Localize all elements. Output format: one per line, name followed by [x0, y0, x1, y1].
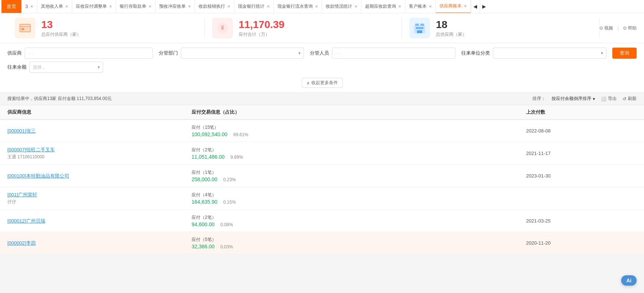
video-link[interactable]: ⊙ 视频 — [599, 25, 613, 31]
sort-selector[interactable]: 按应付余额倒序排序 ▾ — [552, 96, 595, 102]
nav-tab-bank-deposit[interactable]: 银行存取款单 ✕ — [116, 0, 155, 13]
sort-value-text: 按应付余额倒序排序 — [552, 96, 591, 102]
balance-select[interactable]: 选择... ▾ — [29, 62, 103, 73]
filter-row-1: 供应商 ··· 分管部门 ▾ 分管人员 ··· 往来单位分类 ▾ 查询 — [7, 48, 637, 59]
nav-tab-cash-bank-stat[interactable]: 现金银行统计 ✕ — [234, 0, 274, 13]
result-actions: 排序： 按应付余额倒序排序 ▾ ⬜ 导出 ↺ 刷新 — [532, 96, 637, 102]
last-pay-date: 2023-01-30 — [526, 173, 551, 179]
collapse-button[interactable]: ∧ 收起更多条件 — [302, 78, 343, 88]
help-icon: ⊙ — [623, 25, 627, 31]
help-link[interactable]: ⊙ 帮助 — [623, 25, 637, 31]
close-icon[interactable]: ✕ — [227, 4, 230, 8]
tx-amount[interactable]: 94,600.00 — [192, 221, 214, 227]
svg-text:¥: ¥ — [221, 25, 224, 31]
supplier-link[interactable]: [001]广州荣轩 — [7, 192, 192, 198]
filter-row-2: 往来余额 选择... ▾ — [7, 62, 637, 73]
nav-prev-arrow[interactable]: ◀ — [471, 0, 480, 13]
left-arrow-icon: ◀ — [473, 4, 477, 9]
nav-next-arrow[interactable]: ▶ — [480, 0, 489, 13]
close-icon[interactable]: ✕ — [315, 4, 318, 8]
filter-person: 分管人员 ··· — [310, 48, 455, 59]
close-icon[interactable]: ✕ — [148, 4, 151, 8]
tx-cell: 应付（5笔） 32,366.00 0.03% — [192, 237, 526, 249]
tx-row: 258,000.00 0.23% — [192, 176, 526, 182]
supplier-link[interactable]: [000007]恒旺二手叉车 — [7, 146, 192, 153]
supplier-input[interactable]: ··· — [25, 48, 153, 59]
top-links: ⊙ 视频 | ⊙ 帮助 — [599, 25, 637, 31]
export-button[interactable]: ⬜ 导出 — [601, 96, 617, 102]
table-row: [000100]本特勤油品有限公司 应付（1笔） 258,000.00 0.23… — [0, 165, 644, 187]
header-supplier: 供应商信息 — [7, 109, 192, 116]
close-icon[interactable]: ✕ — [30, 4, 33, 8]
payable-suppliers-label: 总应付供应商（家） — [41, 31, 81, 38]
tx-amount[interactable]: 164,635.90 — [192, 199, 217, 205]
tab-label: 银行存取款单 — [120, 3, 146, 10]
svg-rect-4 — [26, 28, 29, 29]
tx-amount[interactable]: 32,366.00 — [192, 244, 214, 249]
refresh-button[interactable]: ↺ 刷新 — [623, 96, 637, 102]
data-table: 供应商信息 应付交易信息（占比） 上次付数 [000001]张三 应付（15笔）… — [0, 105, 644, 254]
tx-label: 应付（4笔） — [192, 192, 526, 198]
table-row: [000007]恒旺二手叉车 王通 17106110000 应付（2笔） 11,… — [0, 142, 644, 165]
close-icon[interactable]: ✕ — [65, 4, 68, 8]
supplier-cell: [000007]恒旺二手叉车 王通 17106110000 — [7, 146, 192, 160]
summary-payable-amount: ¥ 11,170.39 应付合计（万） — [205, 18, 402, 38]
category-arrow: ▾ — [601, 51, 603, 56]
balance-label: 往来余额 — [7, 64, 27, 70]
home-label: 首页 — [7, 3, 16, 10]
tx-percent: 89.61% — [233, 132, 248, 137]
nav-tab-collection-exec[interactable]: 收款核销执行 ✕ — [195, 0, 234, 13]
balance-placeholder: 选择... — [33, 64, 45, 70]
supplier-link[interactable]: [000012]广州贝瑞 — [7, 218, 192, 224]
tx-percent: 9.89% — [231, 155, 243, 160]
svg-rect-12 — [419, 27, 421, 29]
nav-tab-other-income[interactable]: 其他收入单 ✕ — [37, 0, 72, 13]
nav-tab-ar-adjust[interactable]: 应收应付调整单 ✕ — [72, 0, 116, 13]
person-input[interactable]: ··· — [332, 48, 455, 59]
nav-tab-overdue-ar[interactable]: 超期应收款查询 ✕ — [361, 0, 405, 13]
payable-amount-icon: ¥ — [212, 18, 233, 38]
close-icon[interactable]: ✕ — [398, 4, 401, 8]
tx-amount[interactable]: 100,092,540.00 — [192, 131, 227, 137]
query-button[interactable]: 查询 — [612, 48, 637, 59]
payable-amount-value: 11,170.39 — [239, 18, 285, 31]
supplier-link[interactable]: [000002]李四 — [7, 240, 192, 247]
home-tab[interactable]: 首页 — [1, 0, 22, 13]
nav-tab-3[interactable]: 3 ✕ — [22, 0, 37, 13]
last-pay-date: 2022-08-08 — [526, 128, 551, 134]
nav-tab-supplier-ledger[interactable]: 供应商账本 ✕ — [436, 0, 471, 13]
tx-amount[interactable]: 11,051,486.00 — [192, 154, 225, 160]
tx-amount[interactable]: 258,000.00 — [192, 176, 217, 182]
tx-row: 164,635.90 0.15% — [192, 198, 526, 205]
close-icon[interactable]: ✕ — [464, 4, 467, 8]
dept-select[interactable]: ▾ — [181, 48, 304, 59]
table-row: [001]广州荣轩 仔仔 应付（4笔） 164,635.90 0.15% — [0, 187, 644, 210]
close-icon[interactable]: ✕ — [109, 4, 112, 8]
close-icon[interactable]: ✕ — [188, 4, 191, 8]
svg-rect-5 — [26, 30, 28, 30]
tab-label: 供应商账本 — [440, 3, 462, 9]
summary-total-suppliers: 18 总供应商（家） — [402, 18, 599, 38]
category-select[interactable]: ▾ — [493, 48, 607, 59]
nav-tab-collection-stat[interactable]: 收款情况统计 ✕ — [322, 0, 361, 13]
svg-rect-11 — [416, 27, 418, 29]
close-icon[interactable]: ✕ — [354, 4, 357, 8]
tx-row: 94,600.00 0.08% — [192, 221, 526, 227]
result-info: 搜索结果中，供应商13家 应付金额 111,703,854.00元 — [7, 96, 112, 102]
close-icon[interactable]: ✕ — [267, 4, 270, 8]
supplier-link[interactable]: [000001]张三 — [7, 128, 192, 134]
filter-dept: 分管部门 ▾ — [159, 48, 304, 59]
tx-label: 应付（1笔） — [192, 169, 526, 176]
tx-label: 应付（15笔） — [192, 124, 526, 131]
close-icon[interactable]: ✕ — [429, 4, 432, 8]
svg-rect-14 — [417, 30, 422, 33]
last-pay-cell: 2023-01-30 — [526, 173, 637, 179]
tx-cell: 应付（2笔） 94,600.00 0.08% — [192, 214, 526, 227]
tab-label: 收款核销执行 — [199, 3, 225, 10]
nav-tab-advance-offset[interactable]: 预收冲应收单 ✕ — [155, 0, 195, 13]
video-icon: ⊙ — [599, 25, 603, 31]
nav-tab-customer-ledger[interactable]: 客户账本 ✕ — [405, 0, 436, 13]
nav-tab-cash-bank-flow[interactable]: 现金银行流水查询 ✕ — [274, 0, 322, 13]
total-suppliers-icon — [409, 18, 430, 38]
supplier-link[interactable]: [000100]本特勤油品有限公司 — [7, 173, 192, 179]
